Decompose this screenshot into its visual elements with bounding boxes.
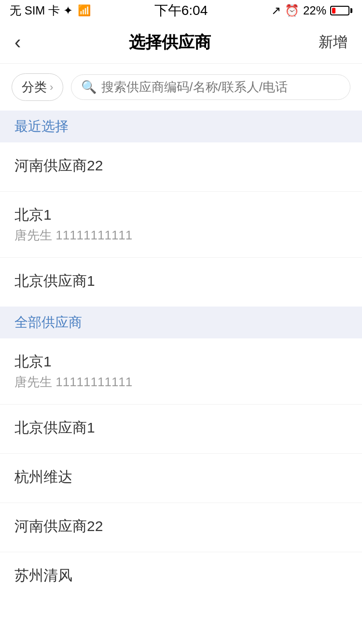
location-icon: ↗ [271, 4, 281, 17]
sim-label: 无 SIM 卡 ✦ [10, 3, 73, 18]
supplier-name: 北京供应商1 [14, 418, 348, 438]
status-left: 无 SIM 卡 ✦ 📶 [10, 3, 91, 18]
list-item[interactable]: 北京1唐先生 11111111111 [0, 192, 362, 258]
category-label: 分类 [22, 79, 47, 96]
supplier-name: 北京1 [14, 205, 348, 225]
page-title: 选择供应商 [129, 31, 211, 54]
recent-list: 河南供应商22北京1唐先生 11111111111北京供应商1 [0, 142, 362, 307]
add-button[interactable]: 新增 [319, 32, 348, 52]
status-time: 下午6:04 [154, 1, 208, 20]
supplier-name: 河南供应商22 [14, 517, 348, 536]
nav-bar: ‹ 选择供应商 新增 [0, 21, 362, 64]
recent-section-header: 最近选择 [0, 111, 362, 142]
battery-percent: 22% [303, 4, 326, 17]
search-icon: 🔍 [81, 80, 97, 95]
search-input[interactable] [101, 80, 340, 95]
all-section-header: 全部供应商 [0, 307, 362, 338]
battery-icon [330, 6, 352, 15]
list-item[interactable]: 苏州清风 [0, 552, 362, 601]
supplier-sub: 唐先生 11111111111 [14, 227, 348, 244]
supplier-name: 河南供应商22 [14, 156, 348, 176]
status-right: ↗ ⏰ 22% [271, 4, 352, 17]
supplier-sub: 唐先生 11111111111 [14, 374, 348, 391]
status-bar: 无 SIM 卡 ✦ 📶 下午6:04 ↗ ⏰ 22% [0, 0, 362, 21]
back-button[interactable]: ‹ [14, 31, 21, 53]
filter-bar: 分类 › 🔍 [0, 64, 362, 111]
category-button[interactable]: 分类 › [12, 73, 63, 101]
list-item[interactable]: 杭州维达 [0, 454, 362, 503]
supplier-name: 杭州维达 [14, 467, 348, 487]
wifi-icon: 📶 [78, 4, 91, 17]
all-list: 北京1唐先生 11111111111北京供应商1杭州维达河南供应商22苏州清风 [0, 338, 362, 601]
list-item[interactable]: 河南供应商22 [0, 142, 362, 192]
supplier-name: 北京供应商1 [14, 271, 348, 291]
list-item[interactable]: 北京1唐先生 11111111111 [0, 338, 362, 405]
search-box[interactable]: 🔍 [71, 74, 350, 100]
list-item[interactable]: 北京供应商1 [0, 405, 362, 454]
alarm-icon: ⏰ [285, 4, 299, 17]
supplier-name: 苏州清风 [14, 566, 348, 586]
chevron-right-icon: › [50, 81, 53, 94]
list-item[interactable]: 河南供应商22 [0, 503, 362, 552]
supplier-name: 北京1 [14, 352, 348, 372]
list-item[interactable]: 北京供应商1 [0, 258, 362, 307]
